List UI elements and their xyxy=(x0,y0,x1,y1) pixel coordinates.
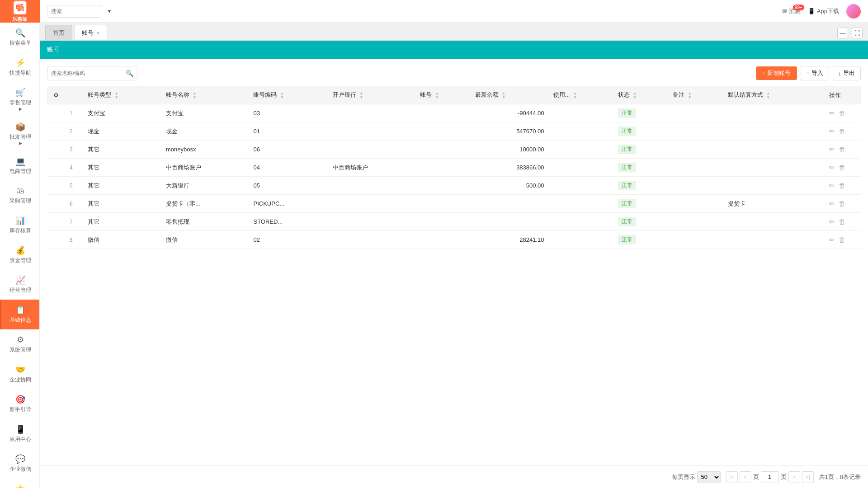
th-code[interactable]: 账号编码 ▲▼ xyxy=(249,86,328,104)
sidebar-item-guide[interactable]: 🎯新手引导 xyxy=(0,389,39,419)
cell-status-5: 正常 xyxy=(613,195,669,213)
expand-icon-wholesale: ▶ xyxy=(19,141,22,145)
th-name[interactable]: 账号名称 ▲▼ xyxy=(161,86,249,104)
delete-button-6[interactable]: 🗑 xyxy=(839,218,845,226)
delete-button-2[interactable]: 🗑 xyxy=(839,145,845,154)
cell-settings-2 xyxy=(47,141,65,159)
first-page-button[interactable]: |< xyxy=(726,471,738,483)
sidebar-item-operations[interactable]: 📈经营管理 xyxy=(0,270,39,300)
status-badge-3: 正常 xyxy=(618,163,636,172)
cell-usage-5 xyxy=(549,195,613,213)
cell-usage-7 xyxy=(549,231,613,249)
cell-type-6: 其它 xyxy=(83,213,161,231)
cell-settings-5 xyxy=(47,195,65,213)
cell-actions-7: ✏ 🗑 xyxy=(825,231,861,249)
sidebar-item-member[interactable]: ⭐畅会员 xyxy=(0,479,39,488)
header-dropdown[interactable]: ▼ xyxy=(107,8,112,14)
delete-button-3[interactable]: 🗑 xyxy=(839,164,845,172)
search-icon: 🔍 xyxy=(15,28,25,38)
th-type[interactable]: 账号类型 ▲▼ xyxy=(83,86,161,104)
user-avatar[interactable] xyxy=(846,4,861,19)
cell-settlement-3 xyxy=(723,159,825,177)
table-row: 6 其它 提货卡（零... PICKUPC... 正常 提货卡 ✏ 🗑 xyxy=(47,195,861,213)
cell-usage-4 xyxy=(549,177,613,195)
sidebar-item-basic[interactable]: 📋基础信息 xyxy=(0,300,39,329)
th-account[interactable]: 账号 ▲▼ xyxy=(415,86,471,104)
last-page-button[interactable]: >| xyxy=(802,471,814,483)
edit-button-4[interactable]: ✏ xyxy=(829,182,835,190)
edit-button-3[interactable]: ✏ xyxy=(829,164,835,172)
sidebar-item-system[interactable]: ⚙系统管理 xyxy=(0,329,39,359)
th-settlement[interactable]: 默认结算方式 ▲▼ xyxy=(723,86,825,104)
th-settings[interactable]: ⚙ xyxy=(47,86,65,104)
next-page-button[interactable]: > xyxy=(788,471,800,483)
cell-status-1: 正常 xyxy=(613,122,669,141)
sidebar-item-search[interactable]: 🔍搜索菜单 xyxy=(0,23,39,52)
sidebar-item-apps[interactable]: 📱应用中心 xyxy=(0,419,39,449)
sidebar-item-inventory[interactable]: 📊库存核算 xyxy=(0,210,39,240)
export-icon: ↓ xyxy=(839,70,842,77)
th-balance[interactable]: 最新余额 ▲▼ xyxy=(471,86,549,104)
edit-button-0[interactable]: ✏ xyxy=(829,109,835,117)
sidebar-item-wechat[interactable]: 💬企业微信 xyxy=(0,449,39,479)
tab-home[interactable]: 首页 xyxy=(45,25,72,40)
th-bank[interactable]: 开户银行 ▲▼ xyxy=(328,86,416,104)
app-download-button[interactable]: 📱 App下载 xyxy=(808,7,839,15)
cell-name-5: 提货卡（零... xyxy=(161,195,249,213)
sidebar-item-finance[interactable]: 💰资金管理 xyxy=(0,240,39,270)
cell-actions-4: ✏ 🗑 xyxy=(825,177,861,195)
cell-num-4: 5 xyxy=(65,177,83,195)
search-icon[interactable]: 🔍 xyxy=(126,70,133,77)
edit-button-7[interactable]: ✏ xyxy=(829,236,835,244)
sidebar-item-ecommerce[interactable]: 💻电商管理 xyxy=(0,151,39,181)
header-search-input[interactable] xyxy=(47,5,101,18)
sidebar-item-wholesale[interactable]: 📦批发管理▶ xyxy=(0,117,39,151)
page-size-dropdown[interactable]: 50 100 200 xyxy=(697,471,721,483)
add-account-button[interactable]: + 新增账号 xyxy=(756,66,797,80)
th-status[interactable]: 状态 ▲▼ xyxy=(613,86,669,104)
tab-close-button[interactable]: × xyxy=(96,30,99,36)
cell-actions-3: ✏ 🗑 xyxy=(825,159,861,177)
sidebar-item-label-inventory: 库存核算 xyxy=(9,227,31,235)
th-usage[interactable]: 使用... ▲▼ xyxy=(549,86,613,104)
sidebar-item-label-guide: 新手引导 xyxy=(9,406,31,413)
tab-maximize-button[interactable]: ⛶ xyxy=(852,28,863,38)
delete-button-5[interactable]: 🗑 xyxy=(839,200,845,208)
import-button[interactable]: ↑ 导入 xyxy=(801,66,829,80)
page-number-input[interactable] xyxy=(761,471,779,483)
th-num xyxy=(65,86,83,104)
edit-button-1[interactable]: ✏ xyxy=(829,127,835,136)
sidebar-item-label-system: 系统管理 xyxy=(9,346,31,354)
sidebar-item-purchase[interactable]: 🛍采购管理 xyxy=(0,181,39,210)
cell-usage-0 xyxy=(549,104,613,122)
edit-button-5[interactable]: ✏ xyxy=(829,200,835,208)
edit-button-2[interactable]: ✏ xyxy=(829,145,835,154)
tab-account[interactable]: 账号 × xyxy=(74,25,107,40)
th-notes[interactable]: 备注 ▲▼ xyxy=(668,86,723,104)
sidebar-item-shortcut[interactable]: ⚡快捷导航 xyxy=(0,52,39,82)
sidebar-item-retail[interactable]: 🛒零售管理▶ xyxy=(0,82,39,117)
tab-minimize-button[interactable]: — xyxy=(837,28,848,38)
status-badge-1: 正常 xyxy=(618,127,636,136)
cell-status-0: 正常 xyxy=(613,104,669,122)
sidebar-item-company[interactable]: 🤝企业协同 xyxy=(0,359,39,389)
cell-settlement-4 xyxy=(723,177,825,195)
prev-page-button[interactable]: < xyxy=(740,471,751,483)
cell-balance-7: 28241.10 xyxy=(471,231,549,249)
delete-button-4[interactable]: 🗑 xyxy=(839,182,845,190)
page-size-select: 每页显示 50 100 200 xyxy=(672,471,721,483)
cell-name-7: 微信 xyxy=(161,231,249,249)
cell-account-6 xyxy=(415,213,471,231)
messages-button[interactable]: ✉ 消息 99+ xyxy=(782,7,801,15)
edit-button-6[interactable]: ✏ xyxy=(829,218,835,226)
delete-button-0[interactable]: 🗑 xyxy=(839,109,845,117)
delete-button-7[interactable]: 🗑 xyxy=(839,236,845,244)
export-button[interactable]: ↓ 导出 xyxy=(833,66,861,80)
delete-button-1[interactable]: 🗑 xyxy=(839,127,845,136)
operations-icon: 📈 xyxy=(15,275,25,285)
search-input[interactable] xyxy=(51,70,124,76)
cell-balance-5 xyxy=(471,195,549,213)
sidebar-item-label-shortcut: 快捷导航 xyxy=(9,69,31,77)
sidebar-item-label-apps: 应用中心 xyxy=(9,436,31,443)
sidebar-item-label-wholesale: 批发管理 xyxy=(9,133,31,141)
